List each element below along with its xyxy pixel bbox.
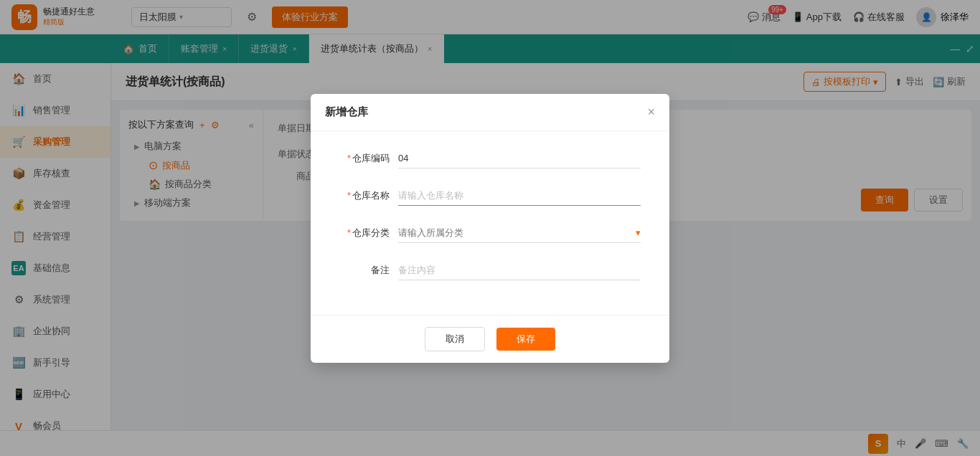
warehouse-code-input[interactable] <box>398 148 641 168</box>
add-warehouse-modal: 新增仓库 × *仓库编码 *仓库名称 *仓库分类 <box>311 94 669 363</box>
category-required-mark: * <box>347 227 351 238</box>
modal-close-button[interactable]: × <box>647 105 655 118</box>
form-row-code: *仓库编码 <box>339 148 641 168</box>
category-dropdown-arrow[interactable]: ▾ <box>636 227 641 238</box>
warehouse-name-input[interactable] <box>398 186 641 206</box>
modal-title: 新增仓库 <box>325 105 368 119</box>
warehouse-category-input[interactable] <box>398 223 636 242</box>
modal-header: 新增仓库 × <box>311 94 669 131</box>
category-select-wrapper: ▾ <box>398 223 641 243</box>
code-required-mark: * <box>347 153 351 163</box>
form-row-category: *仓库分类 ▾ <box>339 223 641 243</box>
modal-footer: 取消 保存 <box>311 315 669 363</box>
name-required-mark: * <box>347 190 351 201</box>
name-label: *仓库名称 <box>339 189 390 202</box>
cancel-button[interactable]: 取消 <box>425 327 485 351</box>
remark-input[interactable] <box>398 260 641 280</box>
remark-label: 备注 <box>339 264 390 277</box>
modal-body: *仓库编码 *仓库名称 *仓库分类 ▾ <box>311 131 669 315</box>
modal-overlay[interactable]: 新增仓库 × *仓库编码 *仓库名称 *仓库分类 <box>0 0 980 456</box>
save-button[interactable]: 保存 <box>496 328 555 351</box>
category-label: *仓库分类 <box>339 227 390 239</box>
form-row-remark: 备注 <box>339 260 641 280</box>
code-label: *仓库编码 <box>339 152 390 165</box>
form-row-name: *仓库名称 <box>339 186 641 206</box>
